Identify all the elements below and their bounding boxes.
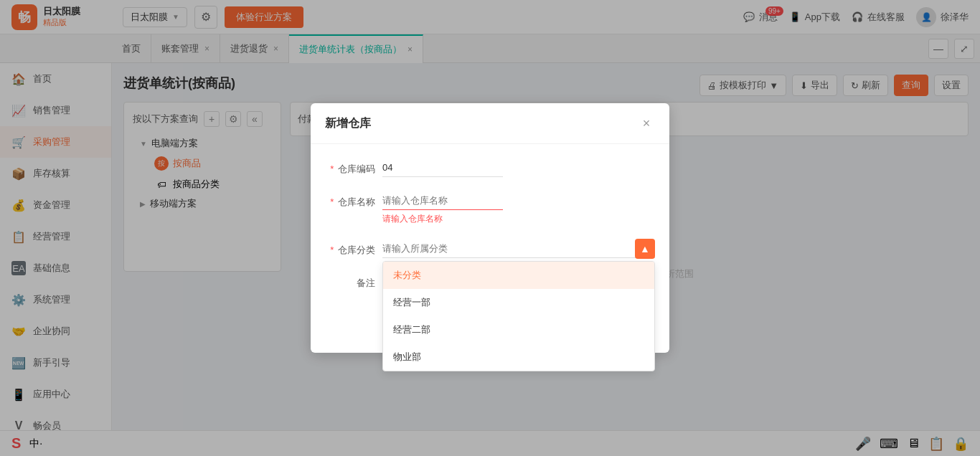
modal-title: 新增仓库 (325, 116, 371, 131)
notes-label: 备注 (325, 272, 382, 290)
modal-header: 新增仓库 × (311, 103, 669, 144)
new-warehouse-modal: 新增仓库 × * 仓库编码 * 仓库名称 (311, 103, 669, 353)
code-input-wrapper (382, 158, 655, 177)
category-dropdown-wrapper: ▲ 未分类 经营一部 经营二部 物业部 (382, 239, 655, 258)
name-field-row: * 仓库名称 请输入仓库名称 (325, 191, 655, 225)
dropdown-item-dept1[interactable]: 经营一部 (383, 289, 654, 316)
code-input[interactable] (382, 158, 503, 177)
dropdown-item-dept2[interactable]: 经营二部 (383, 316, 654, 343)
category-field-row: * 仓库分类 ▲ 未分类 经营一部 经营二部 物业部 (325, 239, 655, 258)
name-error-tip: 请输入仓库名称 (382, 213, 655, 225)
code-field-row: * 仓库编码 (325, 158, 655, 177)
dropdown-item-unclassified[interactable]: 未分类 (383, 262, 654, 289)
dropdown-item-dept3[interactable]: 物业部 (383, 343, 654, 371)
category-label: * 仓库分类 (325, 239, 382, 257)
modal-body: * 仓库编码 * 仓库名称 请输入仓库名称 (311, 144, 669, 291)
category-input[interactable] (382, 239, 655, 258)
category-dropdown-list: 未分类 经营一部 经营二部 物业部 (382, 261, 655, 371)
name-input[interactable] (382, 191, 503, 210)
category-dropdown-toggle[interactable]: ▲ (635, 239, 655, 259)
code-label: * 仓库编码 (325, 158, 382, 176)
name-label: * 仓库名称 (325, 191, 382, 209)
modal-overlay[interactable]: 新增仓库 × * 仓库编码 * 仓库名称 (0, 0, 980, 456)
name-input-wrapper: 请输入仓库名称 (382, 191, 655, 225)
modal-close-button[interactable]: × (638, 115, 655, 132)
